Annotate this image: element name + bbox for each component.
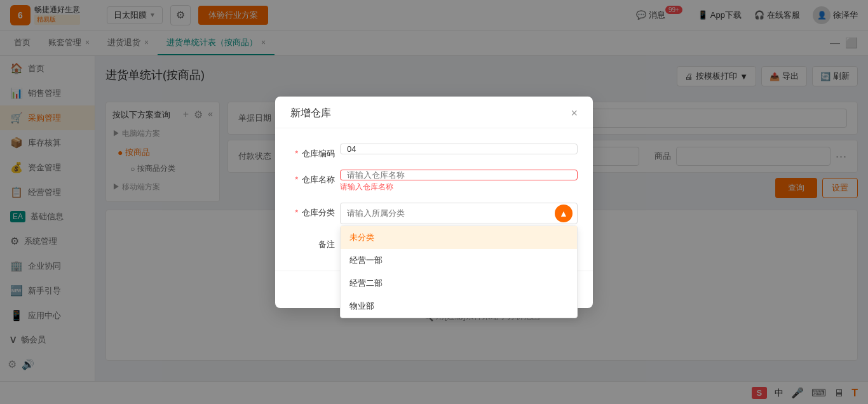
warehouse-name-input[interactable] [340,170,578,180]
required-star-name: * [295,175,298,184]
form-row-name: * 仓库名称 请输入仓库名称 [290,170,578,192]
modal-header: 新增仓库 × [275,97,593,128]
modal-body: * 仓库编码 * 仓库名称 请输入仓库名称 [275,128,593,271]
form-row-category: * 仓库分类 ▲ 未分类 经营一部 [290,203,578,224]
name-error-msg: 请输入仓库名称 [340,182,578,192]
category-option-unclassified[interactable]: 未分类 [341,226,577,249]
chevron-up-icon: ▲ [559,208,568,219]
note-label: 备注 [290,234,335,250]
category-option-dept1[interactable]: 经营一部 [341,249,577,272]
modal-close-icon[interactable]: × [571,107,578,120]
category-label: * 仓库分类 [290,203,335,219]
category-dropdown: 未分类 经营一部 经营二部 物业部 [340,226,578,318]
category-option-dept2[interactable]: 经营二部 [341,272,577,295]
name-label: * 仓库名称 [290,170,335,185]
modal-title: 新增仓库 [290,107,331,120]
form-row-code: * 仓库编码 [290,144,578,159]
required-star-category: * [295,208,298,217]
category-field-wrap: ▲ 未分类 经营一部 经营二部 物业部 [340,203,578,224]
required-star-code: * [295,149,298,158]
category-toggle-icon[interactable]: ▲ [555,205,573,222]
modal-dialog: 新增仓库 × * 仓库编码 * 仓库名称 [275,97,593,308]
warehouse-category-input[interactable] [340,203,578,224]
warehouse-code-input[interactable] [340,144,578,154]
code-field-wrap [340,144,578,154]
name-field-wrap: 请输入仓库名称 [340,170,578,192]
category-option-property[interactable]: 物业部 [341,295,577,318]
code-label: * 仓库编码 [290,144,335,159]
modal-overlay[interactable]: 新增仓库 × * 仓库编码 * 仓库名称 [0,0,868,404]
